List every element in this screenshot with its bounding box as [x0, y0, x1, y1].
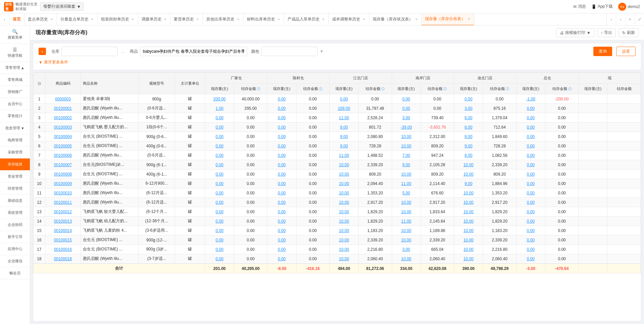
sidebar-item-marketing[interactable]: 营销推广 [0, 86, 30, 98]
settings-btn[interactable]: 设置 [616, 47, 636, 56]
cell-factory-amt: 0.00 [234, 179, 267, 188]
tab-close-stock-status[interactable]: × [415, 17, 418, 22]
cell-total-qty: 0.00 [516, 132, 545, 141]
tab-scroll-left[interactable]: ‹ [606, 13, 616, 26]
cell-name: 合生元 (BIOSTIME) ... [81, 141, 139, 151]
cell-total-qty: 0.00 [516, 151, 545, 160]
cell-current-amt [607, 170, 641, 179]
tab-product-in[interactable]: 产成品入库单历史 × [284, 13, 329, 26]
tab-sub-inventory[interactable]: 分量盘点单历史 × [57, 13, 98, 26]
sidebar-item-retail-stats[interactable]: 零售统计 [0, 110, 30, 122]
sidebar-item-finance[interactable]: 资金管理 [0, 171, 30, 183]
info-icon-yubeibei[interactable]: ⓘ [506, 87, 509, 91]
tab-close-transfer[interactable]: × [164, 17, 167, 22]
cell-yubeibei-amt: 712.64 [483, 123, 516, 132]
settings-icon[interactable]: ⚙ [37, 81, 42, 86]
cell-num: 5 [34, 132, 45, 141]
cell-total-amt: 0.00 [545, 188, 578, 198]
sidebar-item-vip-member[interactable]: 畅会员 [0, 267, 30, 279]
sidebar-item-wholesale[interactable]: 批发管理 ▼ [0, 122, 30, 134]
tab-close-all[interactable]: × [625, 13, 635, 26]
store-selector[interactable]: 母婴行业演示陈套 ▼ [40, 2, 84, 11]
warehouse-ellipsis[interactable]: ... [120, 49, 126, 54]
cell-nanan-qty: 10.00 [392, 254, 421, 264]
info-icon-total[interactable]: ⓘ [568, 87, 572, 91]
tab-close-stock-dist[interactable]: × [467, 16, 471, 21]
info-icon-nanan[interactable]: ⓘ [443, 87, 447, 91]
cell-code: 00100018 [45, 254, 81, 264]
info-icon-jiangbei[interactable]: ⓘ [381, 87, 385, 91]
tab-demand[interactable]: 要货单历史 × [170, 13, 203, 26]
sidebar-item-new-guide[interactable]: 新手引导 [0, 231, 30, 243]
sidebar-item-system[interactable]: 系统管理 [0, 207, 30, 219]
sidebar-item-enterprise-wechat[interactable]: 企业微信 [0, 255, 30, 267]
tab-close-inventory-single[interactable]: × [50, 17, 53, 22]
tab-transfer[interactable]: 调拨单历史 × [138, 13, 171, 26]
sidebar-item-enterprise-collab[interactable]: 企业协同 [0, 219, 30, 231]
tab-inventory-single[interactable]: 盘点单历史 × [24, 13, 57, 26]
cell-nanan-qty: 10.00 [392, 132, 421, 141]
sidebar-item-retail-store[interactable]: 零售商城 [0, 74, 30, 86]
tab-stock-dist[interactable]: 现存量（库存分布表） × [422, 13, 474, 26]
user-menu[interactable]: Ea demo2 [618, 3, 640, 11]
tab-scroll-right[interactable]: › [616, 13, 625, 26]
tab-close-assemble[interactable]: × [131, 17, 135, 22]
cell-nanan-amt: 1,189.88 [421, 226, 454, 235]
tab-prev-btn[interactable]: ‹ [0, 13, 9, 26]
tab-close-material-out[interactable]: × [277, 17, 280, 22]
top-bar-right: ✉ 消息 📱 App下载 Ea demo2 [573, 3, 640, 11]
cell-total-qty: 0.00 [516, 235, 545, 245]
cell-num: 17 [34, 245, 45, 254]
sidebar-item-retail-manage[interactable]: 零售管理 ▲ [0, 62, 30, 74]
sidebar-item-ecommerce[interactable]: 电商管理 [0, 134, 30, 146]
print-btn[interactable]: 🖨 按模板打印 ▼ [556, 28, 594, 37]
tab-close-product-in[interactable]: × [322, 17, 325, 22]
cell-luoshan-qty: 0.00 [267, 170, 296, 179]
tab-close-other-out[interactable]: × [236, 17, 240, 22]
cell-factory-qty: 0.00 [205, 254, 234, 264]
tab-home[interactable]: 首页 [9, 13, 24, 26]
tab-close-demand[interactable]: × [196, 17, 199, 22]
goods-input[interactable] [140, 47, 247, 56]
tab-expand[interactable]: ⤢ [635, 13, 644, 26]
sidebar-item-ops[interactable]: 经营管理 [0, 183, 30, 195]
tab-cost-adjust[interactable]: 成本调整单历史 × [329, 13, 369, 26]
th-factory-wh: 厂家仓 [205, 73, 267, 84]
cell-current-amt [607, 254, 641, 264]
tab-close-sub-inventory[interactable]: × [91, 17, 94, 22]
app-download-btn[interactable]: 📱 App下载 [591, 4, 613, 9]
nav-icon: ☰ [1, 47, 29, 52]
tab-material-out[interactable]: 材料出库单历史 × [244, 13, 284, 26]
collapse-btn[interactable]: › [39, 48, 46, 55]
app-icon: 📱 [591, 4, 596, 9]
info-icon-factory[interactable]: ⓘ [257, 87, 260, 91]
cell-factory-qty: 0.00 [205, 188, 234, 198]
warehouse-input[interactable] [61, 47, 118, 56]
sidebar-item-basic[interactable]: 基础信息 [0, 195, 30, 207]
info-icon-luoshan[interactable]: ⓘ [319, 87, 322, 91]
cell-nanan-amt: 2,339.20 [421, 235, 454, 245]
cell-factory-amt: 0.00 [234, 160, 267, 170]
tab-assemble[interactable]: 组装拆卸单历史 × [98, 13, 138, 26]
sidebar-item-app-center[interactable]: 应用中心 [0, 243, 30, 255]
message-btn[interactable]: ✉ 消息 [573, 4, 586, 9]
tab-other-out[interactable]: 其他出库单历史 × [203, 13, 244, 26]
color-input[interactable] [261, 47, 318, 56]
th-yubeibei-amt: 结存金额 ⓘ [483, 84, 516, 94]
cell-factory-qty: 0.00 [205, 179, 234, 188]
refresh-btn[interactable]: ↻ 刷新 [619, 28, 639, 37]
cell-unit: 罐 [175, 113, 205, 123]
sidebar-item-member[interactable]: 会员中心 [0, 98, 30, 110]
sidebar-item-search[interactable]: 🔍 搜索英单 [0, 26, 30, 44]
cell-current-qty [579, 198, 607, 207]
sidebar-item-inventory[interactable]: 库存核算 [0, 158, 30, 171]
sidebar-item-quicknav[interactable]: ☰ 快捷导航 [0, 44, 30, 62]
tab-stock-status[interactable]: 现存量（库存状况表） × [369, 13, 422, 26]
cell-luoshan-qty: 0.00 [267, 198, 296, 207]
tab-close-cost-adjust[interactable]: × [362, 17, 366, 22]
export-btn[interactable]: ↑ 导出 [597, 28, 616, 37]
query-btn[interactable]: 查询 [593, 47, 612, 56]
sidebar-item-purchase[interactable]: 采购管理 [0, 146, 30, 158]
cell-jiangbei-qty: 10.00 [329, 188, 358, 198]
expand-btn[interactable]: ▼ 展开更多条件 [39, 58, 68, 66]
